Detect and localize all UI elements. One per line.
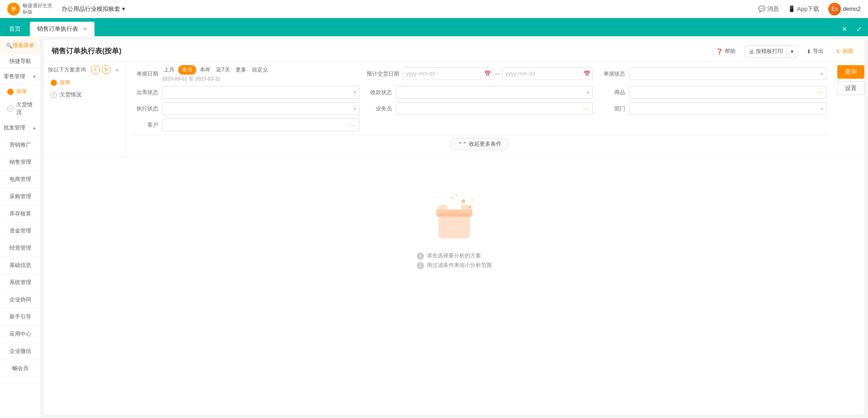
status-select[interactable]: ▾ xyxy=(629,67,826,80)
sidebar-sub-debt[interactable]: ⏱ 欠货情况 xyxy=(0,99,40,119)
sidebar-item-system[interactable]: 系统管理 xyxy=(0,274,40,291)
header-right: 💬 消息 📱 App下载 Ea demo2 xyxy=(758,3,861,15)
sidebar-item-ecommerce[interactable]: 电商管理 xyxy=(0,171,40,188)
filter-field-collection-status: 收款状态 ▾ xyxy=(367,86,593,99)
filter-main: 单据日期 上月 本月 本年 近7天 更多 自定义 20 xyxy=(126,62,834,157)
scheme-collapse-button[interactable]: « xyxy=(113,65,122,74)
search-icon: 🔍 xyxy=(6,43,13,49)
filter-field-expected-date: 预计交货日期 yyyy-mm-dd 📅 — yyyy-mm-dd 📅 xyxy=(367,67,593,80)
filter-row-1: 单据日期 上月 本月 本年 近7天 更多 自定义 20 xyxy=(133,65,826,82)
logo[interactable]: 好 畅捷通好生意 标版 xyxy=(7,3,52,15)
phone-icon: 📱 xyxy=(788,5,795,12)
collapse-button[interactable]: ⌃⌃ 收起更多条件 xyxy=(450,138,509,150)
app-download-button[interactable]: 📱 App下载 xyxy=(788,5,819,13)
product-input[interactable]: ··· xyxy=(629,86,826,99)
query-button[interactable]: 查询 xyxy=(837,65,864,79)
salesperson-label: 业务员 xyxy=(367,105,392,113)
refresh-icon: ↻ xyxy=(836,48,841,55)
date-tab-this-month[interactable]: 本月 xyxy=(178,65,196,75)
scheme-item-press[interactable]: 按单 xyxy=(48,77,122,88)
settings-button[interactable]: 设置 xyxy=(837,81,864,95)
sidebar-item-finance[interactable]: 资金管理 xyxy=(0,223,40,240)
sidebar-item-wechat[interactable]: 企业微信 xyxy=(0,343,40,360)
exec-dropdown-icon: ▾ xyxy=(354,106,356,112)
date-tab-custom[interactable]: 自定义 xyxy=(250,65,270,75)
expected-date-start-input[interactable]: yyyy-mm-dd 📅 xyxy=(403,67,493,80)
refresh-button[interactable]: ↻ 刷新 xyxy=(833,46,857,57)
user-name: demo2 xyxy=(843,5,861,12)
svg-point-3 xyxy=(469,205,472,208)
empty-svg xyxy=(427,193,481,243)
collapse-up-icon: ⌃⌃ xyxy=(458,141,467,147)
message-button[interactable]: 💬 消息 xyxy=(758,5,779,13)
svg-rect-0 xyxy=(439,214,470,238)
search-menu-button[interactable]: 🔍 搜索菜单 xyxy=(4,40,37,51)
dept-select[interactable]: ▾ xyxy=(629,102,826,115)
product-label: 商品 xyxy=(600,89,625,96)
tab-close-icon[interactable]: ✕ xyxy=(83,26,87,32)
sidebar-item-retail[interactable]: 零售管理 ▼ xyxy=(0,68,40,86)
scheme-label: 按以下方案查询 xyxy=(48,66,86,74)
sidebar-item-appstore[interactable]: 应用中心 xyxy=(0,326,40,343)
delivery-status-select[interactable]: ▾ xyxy=(162,86,359,99)
export-button[interactable]: ⬇ 导出 xyxy=(803,46,827,57)
print-group: 🖨 按模板打印 ▾ xyxy=(745,45,797,57)
sidebar-item-operations[interactable]: 经营管理 xyxy=(0,240,40,257)
filter-section: 按以下方案查询 + ✎ « 按单 ⏱ xyxy=(44,62,864,157)
print-dropdown-button[interactable]: ▾ xyxy=(787,47,797,57)
product-dots-icon: ··· xyxy=(816,89,823,96)
user-profile[interactable]: Ea demo2 xyxy=(828,3,861,15)
window-expand-button[interactable]: ⤢ xyxy=(854,24,864,34)
customer-label: 客户 xyxy=(133,121,158,129)
print-icon: 🖨 xyxy=(749,48,754,55)
exec-status-select[interactable]: ▾ xyxy=(162,102,359,115)
breadcrumb-arrow-icon[interactable]: ▾ xyxy=(122,5,125,12)
window-close-button[interactable]: ✕ xyxy=(839,24,850,34)
salesperson-input[interactable]: ··· xyxy=(396,102,593,115)
sidebar-item-enterprise[interactable]: 企业协同 xyxy=(0,291,40,309)
sidebar-sub-order[interactable]: 按单 xyxy=(0,86,40,98)
collection-status-select[interactable]: ▾ xyxy=(396,86,593,99)
print-button[interactable]: 🖨 按模板打印 xyxy=(745,46,787,57)
filter-row-4: 客户 ··· xyxy=(133,119,826,131)
sidebar-item-marketing[interactable]: 营销推广 xyxy=(0,137,40,154)
filter-field-customer: 客户 ··· xyxy=(133,119,359,131)
avatar: Ea xyxy=(828,3,841,15)
page-header-actions: ❓ 帮助 🖨 按模板打印 ▾ ⬇ 导出 xyxy=(712,45,857,57)
scheme-item-debt[interactable]: ⏱ 欠货情况 xyxy=(48,89,122,100)
print-dropdown-icon: ▾ xyxy=(791,48,793,55)
sidebar-item-wholesale[interactable]: 批发管理 ▲ xyxy=(0,119,40,137)
date-tab-this-year[interactable]: 本年 xyxy=(198,65,212,75)
date-separator: — xyxy=(495,71,500,77)
expected-date-label: 预计交货日期 xyxy=(367,70,399,78)
help-button[interactable]: ❓ 帮助 xyxy=(712,46,739,57)
date-tab-last-month[interactable]: 上月 xyxy=(162,65,176,75)
logo-text: 畅捷通好生意 标版 xyxy=(23,3,52,14)
order-icon xyxy=(7,89,14,95)
quick-nav-button[interactable]: 快捷导航 xyxy=(0,55,40,68)
filter-field-dept: 部门 ▾ xyxy=(600,102,826,115)
scheme-add-button[interactable]: + xyxy=(91,65,100,74)
tab-home[interactable]: 首页 xyxy=(2,22,28,36)
sidebar-item-member[interactable]: 畅会员 xyxy=(0,360,40,377)
sidebar-item-sales[interactable]: 销售管理 xyxy=(0,154,40,171)
page-inner: 销售订单执行表(按单) ❓ 帮助 🖨 按模板打印 ▾ xyxy=(44,40,864,414)
tab-sales-order[interactable]: 销售订单执行表 ✕ xyxy=(30,22,94,36)
date-tab-more[interactable]: 更多 xyxy=(234,65,248,75)
sidebar-item-purchase[interactable]: 采购管理 xyxy=(0,188,40,205)
empty-tip-2: 2 用过滤条件来缩小分析范围 xyxy=(417,261,492,269)
sidebar-item-newbie[interactable]: 新手引导 xyxy=(0,309,40,326)
scheme-edit-button[interactable]: ✎ xyxy=(102,65,111,74)
debt-icon: ⏱ xyxy=(7,105,14,112)
wholesale-arrow-icon: ▲ xyxy=(32,125,37,130)
collection-dropdown-icon: ▾ xyxy=(587,90,590,95)
sidebar-item-basic[interactable]: 基础信息 xyxy=(0,257,40,274)
customer-input[interactable]: ··· xyxy=(162,119,359,131)
tip2-num: 2 xyxy=(417,262,424,269)
scheme-header: 按以下方案查询 + ✎ « xyxy=(48,65,122,74)
filter-field-exec-status: 执行状态 ▾ xyxy=(133,102,359,115)
date-range-display: 2023-03-01 至 2023-03-31 xyxy=(162,76,359,82)
expected-date-end-input[interactable]: yyyy-mm-dd 📅 xyxy=(502,67,593,80)
date-tab-7days[interactable]: 近7天 xyxy=(214,65,232,75)
sidebar-item-inventory[interactable]: 库存核算 xyxy=(0,205,40,223)
